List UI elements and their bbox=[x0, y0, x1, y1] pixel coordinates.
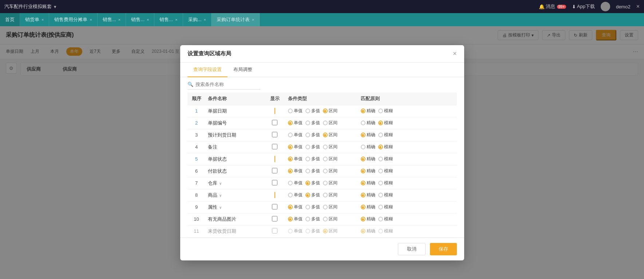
display-cb-3[interactable] bbox=[272, 132, 277, 137]
fuzzy-opt-1[interactable]: 模糊 bbox=[378, 108, 393, 114]
multi-opt-10[interactable]: 多值 bbox=[305, 216, 320, 222]
range-opt-11[interactable]: 区间 bbox=[323, 228, 337, 234]
window-close-btn[interactable]: × bbox=[636, 3, 640, 10]
single-opt-4[interactable]: 单值 bbox=[288, 144, 303, 150]
multi-opt-3[interactable]: 多值 bbox=[305, 132, 320, 138]
display-cb-9[interactable] bbox=[272, 204, 277, 209]
fuzzy-opt-3[interactable]: 模糊 bbox=[378, 132, 393, 138]
tab-close-sales-order[interactable]: × bbox=[42, 17, 44, 22]
display-cb-7[interactable] bbox=[272, 180, 277, 185]
display-cb-8[interactable] bbox=[274, 192, 275, 198]
exact-opt-1[interactable]: 精确 bbox=[361, 108, 375, 114]
exact-opt-3[interactable]: 精确 bbox=[361, 132, 375, 138]
fuzzy-opt-7[interactable]: 模糊 bbox=[378, 180, 393, 186]
range-opt-6[interactable]: 区间 bbox=[323, 168, 337, 174]
display-cb-2[interactable] bbox=[272, 120, 277, 125]
exact-opt-4[interactable]: 精确 bbox=[361, 144, 375, 150]
exact-opt-6[interactable]: 精确 bbox=[361, 168, 375, 174]
fuzzy-opt-9[interactable]: 模糊 bbox=[378, 204, 393, 210]
search-input[interactable] bbox=[195, 82, 260, 87]
modal-tab-layout[interactable]: 布局调整 bbox=[228, 63, 258, 77]
multi-opt-6[interactable]: 多值 bbox=[305, 168, 320, 174]
tab-close-5[interactable]: × bbox=[175, 17, 177, 22]
multi-opt-5[interactable]: 多值 bbox=[305, 156, 320, 162]
top-bar-actions: 🔔 消息 99+ ⬇ App下载 demo2 × bbox=[539, 2, 640, 11]
single-opt-3[interactable]: 单值 bbox=[288, 132, 303, 138]
fuzzy-opt-8[interactable]: 模糊 bbox=[378, 192, 393, 198]
tab-4[interactable]: 销售... × bbox=[126, 13, 154, 26]
tab-close-sales-expense[interactable]: × bbox=[90, 17, 92, 22]
single-opt-8[interactable]: 单值 bbox=[288, 192, 303, 198]
exact-opt-9[interactable]: 精确 bbox=[361, 204, 375, 210]
save-btn[interactable]: 保存 bbox=[430, 243, 457, 255]
single-opt-6[interactable]: 单值 bbox=[288, 168, 303, 174]
display-cb-1[interactable] bbox=[274, 108, 275, 114]
table-head: 顺序 条件名称 显示 条件类型 匹配原则 bbox=[187, 93, 457, 105]
modal-close-btn[interactable]: × bbox=[453, 50, 457, 57]
display-cb-10[interactable] bbox=[272, 216, 277, 221]
cond-type-6: 单值 多值 区间 bbox=[288, 168, 356, 174]
single-opt-11[interactable]: 单值 bbox=[288, 228, 303, 234]
fuzzy-opt-6[interactable]: 模糊 bbox=[378, 168, 393, 174]
display-cb-6[interactable] bbox=[272, 168, 277, 173]
range-opt-5[interactable]: 区间 bbox=[323, 156, 337, 162]
single-opt-9[interactable]: 单值 bbox=[288, 204, 303, 210]
range-opt-3[interactable]: 区间 bbox=[323, 132, 337, 138]
multi-opt-11[interactable]: 多值 bbox=[305, 228, 320, 234]
match-rule-10: 精确 模糊 bbox=[361, 216, 436, 222]
dropdown-icon[interactable]: ▾ bbox=[54, 4, 56, 9]
tab-3[interactable]: 销售... × bbox=[98, 13, 126, 26]
fuzzy-opt-11[interactable]: 模糊 bbox=[378, 228, 393, 234]
single-opt-7[interactable]: 单值 bbox=[288, 180, 303, 186]
exact-opt-11[interactable]: 精确 bbox=[361, 228, 375, 234]
range-opt-10[interactable]: 区间 bbox=[323, 216, 337, 222]
display-cb-4[interactable] bbox=[272, 144, 277, 149]
exact-opt-8[interactable]: 精确 bbox=[361, 192, 375, 198]
download-icon: ⬇ bbox=[572, 4, 576, 9]
tab-5[interactable]: 销售... × bbox=[154, 13, 183, 26]
tab-sales-expense[interactable]: 销售费用分摊单 × bbox=[49, 13, 97, 26]
display-cb-11[interactable] bbox=[272, 228, 277, 233]
multi-opt-7[interactable]: 多值 bbox=[305, 180, 320, 186]
cond-8-dropdown-icon: ∨ bbox=[219, 193, 222, 197]
multi-opt-1[interactable]: 多值 bbox=[305, 108, 320, 114]
user-avatar[interactable] bbox=[601, 2, 610, 11]
range-opt-9[interactable]: 区间 bbox=[323, 204, 337, 210]
display-cb-5[interactable] bbox=[274, 156, 275, 162]
multi-opt-8[interactable]: 多值 bbox=[305, 192, 320, 198]
fuzzy-opt-4[interactable]: 模糊 bbox=[378, 144, 393, 150]
multi-opt-2[interactable]: 多值 bbox=[305, 120, 320, 126]
range-opt-2[interactable]: 区间 bbox=[323, 120, 337, 126]
multi-opt-9[interactable]: 多值 bbox=[305, 204, 320, 210]
exact-opt-2[interactable]: 精确 bbox=[361, 120, 375, 126]
app-download-btn[interactable]: ⬇ App下载 bbox=[572, 3, 595, 10]
fuzzy-opt-10[interactable]: 模糊 bbox=[378, 216, 393, 222]
range-opt-7[interactable]: 区间 bbox=[323, 180, 337, 186]
tab-close-3[interactable]: × bbox=[118, 17, 120, 22]
single-opt-1[interactable]: 单值 bbox=[288, 108, 303, 114]
tab-purchase-summary[interactable]: 采购订单统计表 × bbox=[212, 13, 260, 26]
tab-close-6[interactable]: × bbox=[204, 17, 206, 22]
cond-name-8: 商品 ∨ bbox=[206, 192, 264, 199]
multi-opt-4[interactable]: 多值 bbox=[305, 144, 320, 150]
tab-home[interactable]: 首页 bbox=[0, 13, 20, 26]
fuzzy-opt-2[interactable]: 模糊 bbox=[378, 120, 393, 126]
tab-6[interactable]: 采购... × bbox=[183, 13, 212, 26]
tab-close-4[interactable]: × bbox=[147, 17, 149, 22]
range-opt-8[interactable]: 区间 bbox=[323, 192, 337, 198]
fuzzy-opt-5[interactable]: 模糊 bbox=[378, 156, 393, 162]
notification-btn[interactable]: 🔔 消息 99+ bbox=[539, 3, 566, 10]
cancel-btn[interactable]: 取消 bbox=[398, 243, 426, 255]
exact-opt-10[interactable]: 精确 bbox=[361, 216, 375, 222]
seq-3: 3 bbox=[195, 132, 198, 138]
range-opt-4[interactable]: 区间 bbox=[323, 144, 337, 150]
range-opt-1[interactable]: 区间 bbox=[323, 108, 337, 114]
exact-opt-7[interactable]: 精确 bbox=[361, 180, 375, 186]
single-opt-2[interactable]: 单值 bbox=[288, 120, 303, 126]
modal-tab-field-settings[interactable]: 查询字段设置 bbox=[187, 63, 228, 77]
exact-opt-5[interactable]: 精确 bbox=[361, 156, 375, 162]
tab-close-purchase-summary[interactable]: × bbox=[252, 17, 254, 22]
tab-sales-order[interactable]: 销货单 × bbox=[20, 13, 49, 26]
single-opt-5[interactable]: 单值 bbox=[288, 156, 303, 162]
single-opt-10[interactable]: 单值 bbox=[288, 216, 303, 222]
